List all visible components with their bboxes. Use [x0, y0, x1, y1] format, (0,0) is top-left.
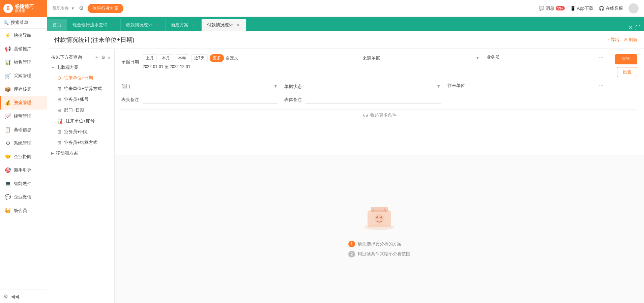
tab-cash-flow-label: 现金银行流水查询	[72, 22, 108, 28]
page-header-actions: ↑ 导出 ↺ 刷新	[607, 37, 638, 43]
tab-new-scheme[interactable]: 新建方案 ×	[166, 19, 202, 31]
scheme-item-label: 业务员+日期	[64, 129, 89, 135]
tab-expand-icon[interactable]: ⛶	[635, 25, 641, 31]
scheme-item-dept-date[interactable]: ⊞ 部门+日期	[47, 105, 114, 116]
tip-num-1: 1	[348, 241, 355, 247]
desktop-group-header[interactable]: ▼ 电脑端方案	[47, 62, 114, 72]
logo-icon: 6	[3, 4, 13, 13]
online-service-btn[interactable]: 🎧 在线客服	[599, 5, 623, 11]
user-avatar[interactable]	[628, 3, 639, 13]
date-option-this-month[interactable]: 本月	[159, 54, 173, 62]
body-note-input[interactable]	[305, 96, 440, 104]
sidebar-item-sales[interactable]: 📊 销售管理	[0, 56, 47, 69]
sidebar-item-purchase[interactable]: 🛒 采购管理	[0, 69, 47, 83]
tab-home[interactable]: 首页	[47, 19, 67, 31]
export-btn[interactable]: ↑ 导出	[607, 37, 620, 43]
sidebar-item-system[interactable]: ⚙ 系统管理	[0, 137, 47, 150]
tab-close-all-icon[interactable]: ✕	[628, 25, 633, 31]
voucher-status-select[interactable]: ▼	[305, 83, 440, 90]
date-custom-label[interactable]: 自定义	[226, 55, 238, 61]
dept-select[interactable]: ▼	[143, 83, 277, 90]
empty-tips: 1 请先选择要分析的方案 2 用过滤条件来缩小分析范围	[348, 241, 410, 257]
sidebar-item-label: 企业微信	[14, 194, 31, 200]
scheme-item-salesperson-account[interactable]: ⊞ 业务员+账号	[47, 94, 114, 105]
left-panel-header: 按以下方案查询 ＋ ⚙ «	[47, 52, 114, 62]
filter-date: 单据日期 上月 本月 本年 近7天 更多 自定义 20	[121, 54, 356, 70]
partner-label: 往来单位	[447, 83, 466, 89]
notification-btn[interactable]: 💬 消息 99+	[539, 5, 565, 11]
header-note-input[interactable]	[143, 96, 277, 104]
tab-cash-flow[interactable]: 现金银行流水查询 ×	[67, 19, 121, 31]
content-body: 按以下方案查询 ＋ ⚙ « ▼ 电脑端方案 ⊙	[47, 49, 644, 303]
tab-receipts[interactable]: 收款情况统计 ×	[121, 19, 166, 31]
filter-header-note: 表头备注	[121, 96, 277, 104]
sidebar-item-label: 基础信息	[14, 127, 31, 133]
add-scheme-icon[interactable]: ＋	[94, 54, 99, 60]
partner-select[interactable]	[469, 84, 596, 87]
sidebar-item-hardware[interactable]: 💻 智能硬件	[0, 177, 47, 190]
app-download-btn[interactable]: 📱 App下载	[570, 5, 593, 11]
sidebar-item-enterprise[interactable]: 🤝 企业协同	[0, 150, 47, 163]
system-icon: ⚙	[4, 140, 11, 147]
notification-count: 99+	[556, 6, 565, 10]
app-download-label: App下载	[577, 5, 593, 11]
search-menu[interactable]: 🔍 搜索菜单	[0, 17, 47, 29]
settings-bottom-icon[interactable]: ⚙	[3, 293, 8, 300]
sidebar-item-operation[interactable]: 📈 经营管理	[0, 110, 47, 123]
scheme-item-partner-date[interactable]: ⊙ 往来单位+日期	[47, 72, 114, 83]
query-button[interactable]: 查询	[615, 54, 637, 64]
finance-icon: 💰	[4, 99, 11, 106]
sidebar-item-member[interactable]: 👑 畅会员	[0, 204, 47, 217]
refresh-btn[interactable]: ↺ 刷新	[623, 37, 637, 43]
date-option-last-month[interactable]: 上月	[143, 54, 157, 62]
scheme-item-salesperson-date[interactable]: ⊞ 业务员+日期	[47, 126, 114, 137]
sidebar-item-wechat[interactable]: 💬 企业微信	[0, 190, 47, 204]
desktop-triangle-icon: ▼	[51, 66, 55, 69]
date-option-7days[interactable]: 近7天	[191, 54, 208, 62]
desktop-scheme-items: ⊙ 往来单位+日期 ⊞ 往来单位+结算方式 ⊞ 业务员+账号 ⊞	[47, 72, 114, 148]
scheme-item-partner-payment[interactable]: ⊞ 往来单位+结算方式	[47, 83, 114, 94]
search-icon: 🔍	[3, 20, 9, 25]
header-gear-icon[interactable]: ⚙	[79, 5, 84, 11]
desktop-scheme-group: ▼ 电脑端方案 ⊙ 往来单位+日期 ⊞ 往来单位+结算方式 ⊞	[47, 62, 114, 148]
date-option-more[interactable]: 更多	[210, 54, 224, 62]
sidebar-item-marketing[interactable]: 📢 营销推广	[0, 42, 47, 56]
org-selector[interactable]: 组织名称 ▼	[53, 5, 75, 11]
sidebar-item-finance[interactable]: 💰 资金管理	[0, 96, 47, 110]
filter-partner: 往来单位 ···	[447, 83, 604, 89]
scheme-item-partner-account[interactable]: 📊 往来单位+账号	[47, 116, 114, 126]
desktop-group-label: 电脑端方案	[57, 64, 79, 70]
date-option-this-year[interactable]: 本年	[175, 54, 189, 62]
source-select[interactable]: ▼	[384, 54, 480, 62]
mobile-group-header[interactable]: ▶ 移动端方案	[47, 148, 114, 158]
filter-row-1: 单据日期 上月 本月 本年 近7天 更多 自定义 20	[121, 54, 637, 77]
tab-receipts-close[interactable]: ×	[154, 22, 160, 28]
collapse-panel-icon[interactable]: «	[108, 55, 110, 60]
setting-button[interactable]: 设置	[617, 67, 637, 77]
sidebar-item-quick-nav[interactable]: ⚡ 快捷导航	[0, 29, 47, 42]
scheme-item-salesperson-payment[interactable]: ⊞ 业务员+结算方式	[47, 137, 114, 148]
sidebar-item-label: 系统管理	[14, 140, 31, 146]
sidebar-item-basic-info[interactable]: 📋 基础信息	[0, 123, 47, 137]
tab-payments[interactable]: 付款情况统计 ×	[202, 19, 246, 31]
purchase-icon: 🛒	[4, 72, 11, 79]
tip-2-text: 用过滤条件来缩小分析范围	[358, 251, 410, 257]
manage-scheme-icon[interactable]: ⚙	[101, 55, 106, 60]
collapse-chevron-icon: ∧∧	[362, 113, 369, 118]
sidebar-item-guide[interactable]: 🎯 新手引导	[0, 163, 47, 177]
tab-payments-close[interactable]: ×	[235, 22, 241, 28]
enterprise-icon: 🤝	[4, 153, 11, 160]
salesperson-select[interactable]	[508, 56, 596, 59]
collapse-sidebar-icon[interactable]: ◀◀	[11, 293, 19, 300]
tab-new-scheme-close[interactable]: ×	[191, 22, 196, 28]
partner-dots-icon[interactable]: ···	[599, 83, 604, 89]
scheme-item-icon: ⊞	[57, 86, 61, 91]
source-select-arrow: ▼	[476, 56, 480, 60]
collapse-more-btn[interactable]: ∧∧ 收起更多条件	[121, 109, 637, 121]
inventory-icon: 📦	[4, 86, 11, 93]
collapse-label: 收起更多条件	[370, 112, 397, 118]
salesperson-dots-icon[interactable]: ···	[599, 54, 604, 60]
tab-cash-flow-close[interactable]: ×	[110, 22, 115, 28]
sidebar-item-inventory[interactable]: 📦 库存核算	[0, 83, 47, 96]
trial-btn[interactable]: 体验行业方案	[88, 4, 123, 13]
